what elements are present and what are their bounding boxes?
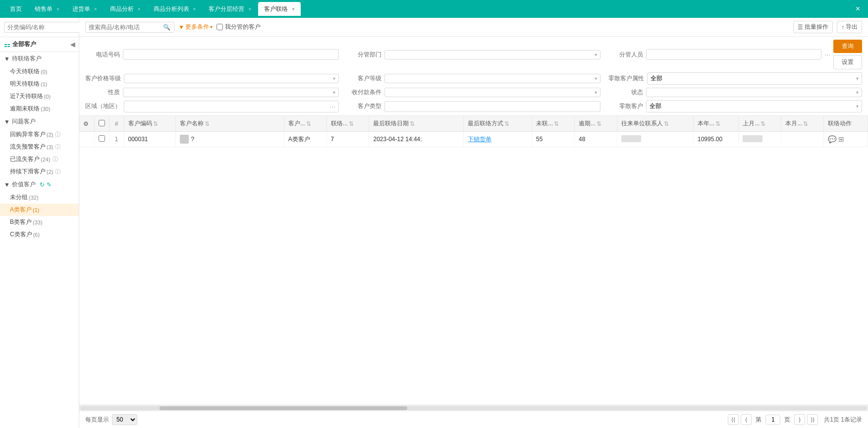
th-action-label: 联络动作 (828, 120, 852, 127)
sidebar-item-repurchase-abnormal[interactable]: 回购异常客户 (2) ⓘ (0, 128, 79, 141)
select-all-checkbox[interactable] (99, 120, 105, 126)
edit-icon[interactable]: ✎ (47, 181, 52, 188)
query-button[interactable]: 查询 (833, 40, 862, 53)
sidebar-item-churn-warning[interactable]: 流失预警客户 (3) ⓘ (0, 141, 79, 153)
filter-input-manager[interactable] (646, 49, 821, 60)
filter-label-payment: 收付款条件 (347, 88, 381, 97)
td-settings (79, 132, 94, 147)
sidebar-group-value[interactable]: ▼ 价值客户 ↻ ✎ (0, 178, 79, 191)
th-this-year-label: 本年... (698, 119, 714, 128)
th-last-method[interactable]: 最后联络方式⇅ (464, 116, 532, 132)
sort-contact-icon: ⇅ (349, 120, 354, 127)
chat-icon[interactable]: 💬 (828, 135, 836, 143)
th-this-month[interactable]: 本月...⇅ (781, 116, 824, 132)
sidebar-group-problem[interactable]: ▼ 问题客户 (0, 115, 79, 128)
th-contact-person[interactable]: 往来单位联系人⇅ (617, 116, 693, 132)
th-name[interactable]: 客户名称⇅ (176, 116, 284, 132)
batch-operation-btn[interactable]: ☰ 批量操作 (793, 21, 833, 33)
export-btn[interactable]: ↑ 导出 (837, 21, 862, 33)
last-method-link[interactable]: 下销货单 (468, 136, 491, 143)
filter-select-customer-level[interactable]: ▾ (384, 74, 600, 83)
filter-select-status[interactable]: ▾ (646, 88, 862, 97)
next-page-btn[interactable]: ⟩ (794, 414, 805, 425)
filter-select-region[interactable]: ··· (124, 101, 339, 112)
tab-purchase[interactable]: 进货单 × (66, 2, 103, 16)
filter-search-icon[interactable]: 🔍 (163, 24, 170, 31)
filter-label-retail-attr: 零散客户属性 (608, 74, 644, 83)
sidebar-item-class-a[interactable]: A类客户 (1) (0, 204, 79, 216)
my-customers-checkbox-wrapper[interactable]: 我分管的客户 (217, 23, 261, 31)
sidebar-search-input[interactable] (4, 22, 85, 33)
filter-row-customer-level: 客户等级 ▾ (347, 74, 600, 83)
sidebar-item-churn-warning-badge: (3) (47, 144, 53, 150)
sidebar-item-churned[interactable]: 已流失客户 (24) ⓘ (0, 153, 79, 165)
th-level[interactable]: 客户...⇅ (284, 116, 326, 132)
tab-customer-tier-close[interactable]: × (248, 6, 251, 12)
tab-product-analysis-list-close[interactable]: × (193, 6, 196, 12)
filter-more-btn[interactable]: ▼ 更多条件 ▾ (178, 23, 213, 31)
tab-customer-contact-close[interactable]: × (292, 6, 295, 12)
sidebar-item-declining[interactable]: 持续下滑客户 (2) ⓘ (0, 165, 79, 178)
close-all-tabs[interactable]: × (852, 4, 864, 13)
sidebar-item-overdue[interactable]: 逾期未联络 (30) (0, 103, 79, 115)
th-code[interactable]: 客户编码⇅ (124, 116, 176, 132)
sidebar-item-class-c[interactable]: C类客户 (6) (0, 228, 79, 241)
scroll-thumb[interactable] (160, 406, 407, 410)
grid-icon[interactable]: ⊞ (838, 135, 844, 143)
page-input[interactable] (765, 415, 780, 425)
sidebar-item-ungrouped[interactable]: 未分组 (32) (0, 191, 79, 204)
filter-input-phone[interactable] (123, 49, 339, 60)
tab-product-analysis-label: 商品分析 (110, 5, 134, 13)
filter-select-dept[interactable]: ▾ (384, 50, 600, 59)
tab-customer-tier[interactable]: 客户分层经营 × (203, 2, 257, 16)
tab-purchase-label: 进货单 (72, 5, 90, 13)
th-overdue[interactable]: 逾期...⇅ (575, 116, 617, 132)
my-customers-checkbox[interactable] (217, 24, 223, 30)
sidebar-group-pending[interactable]: ▼ 待联络客户 (0, 52, 79, 65)
filter-dots-manager[interactable]: ··· (824, 51, 830, 58)
th-contact-count[interactable]: 联络...⇅ (326, 116, 369, 132)
th-settings[interactable]: ⚙ (79, 116, 94, 132)
tab-customer-contact[interactable]: 客户联络 × (258, 2, 301, 16)
chevron-nature-icon: ▾ (333, 90, 335, 95)
tab-sales-close[interactable]: × (56, 6, 59, 12)
filter-select-nature[interactable]: ▾ (123, 88, 339, 97)
sidebar-item-today-pending[interactable]: 今天待联络 (0) (0, 65, 79, 78)
sidebar-collapse-icon[interactable]: ◀ (70, 41, 75, 48)
prev-page-btn[interactable]: ⟨ (741, 414, 752, 425)
tab-product-analysis-close[interactable]: × (138, 6, 141, 12)
tab-product-analysis-list[interactable]: 商品分析列表 × (148, 2, 202, 16)
horizontal-scrollbar[interactable] (79, 405, 868, 411)
filter-dots-region[interactable]: ··· (329, 103, 335, 110)
setting-button[interactable]: 设置 (833, 55, 862, 69)
filter-label-status: 状态 (608, 88, 643, 97)
th-last-date[interactable]: 最后联络日期⇅ (369, 116, 464, 132)
tab-product-analysis[interactable]: 商品分析 × (104, 2, 147, 16)
tab-purchase-close[interactable]: × (94, 6, 97, 12)
th-last-month[interactable]: 上月...⇅ (739, 116, 781, 132)
filter-input-customer-type[interactable] (384, 101, 600, 112)
filter-select-retail-attr[interactable]: 全部 ▾ (647, 72, 862, 85)
tab-home[interactable]: 首页 (4, 2, 28, 16)
th-no-contact[interactable]: 未联...⇅ (532, 116, 575, 132)
tab-sales[interactable]: 销售单 × (29, 2, 65, 16)
th-this-year[interactable]: 本年...⇅ (694, 116, 739, 132)
filter-select-payment[interactable]: ▾ (384, 88, 600, 97)
sidebar-item-class-b[interactable]: B类客户 (33) (0, 216, 79, 228)
filter-row-customer-type: 客户类型 (347, 101, 600, 112)
sidebar-item-declining-label: 持续下滑客户 (10, 167, 46, 176)
sidebar-item-class-c-label: C类客户 (10, 230, 32, 239)
refresh-icon[interactable]: ↻ (40, 181, 45, 188)
sidebar-item-tomorrow-pending[interactable]: 明天待联络 (1) (0, 78, 79, 90)
filter-search-input[interactable] (89, 24, 163, 31)
filter-select-retail[interactable]: 全部 ▾ (646, 100, 862, 112)
last-page-btn[interactable]: ⟩⟩ (807, 414, 818, 425)
td-checkbox (94, 132, 109, 147)
sidebar-item-7days-pending[interactable]: 近7天待联络 (0) (0, 90, 79, 103)
page-size-select[interactable]: 50 100 200 (112, 414, 137, 425)
filter-select-price-level[interactable]: ▾ (124, 74, 339, 83)
first-page-btn[interactable]: ⟨⟨ (728, 414, 739, 425)
batch-icon: ☰ (798, 24, 803, 31)
total-records-label: 共1页 1条记录 (824, 416, 862, 424)
row-checkbox[interactable] (99, 135, 105, 142)
